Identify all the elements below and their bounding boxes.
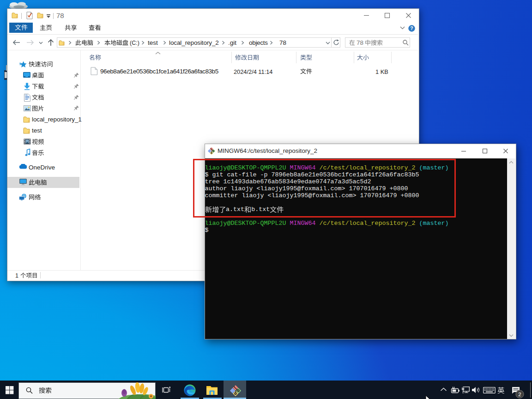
svg-text:?: ? (410, 25, 413, 31)
svg-text:2: 2 (518, 392, 521, 397)
